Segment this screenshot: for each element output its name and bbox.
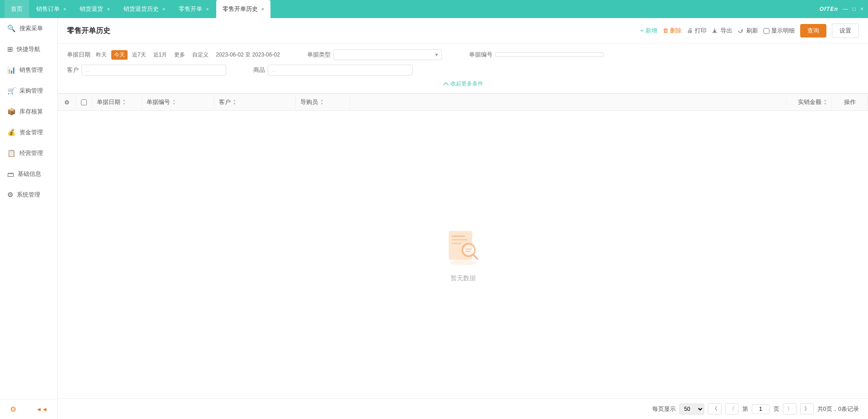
th-checkbox[interactable] [76, 96, 92, 109]
export-button[interactable]: 导出 [712, 27, 732, 35]
page-size-select[interactable]: 50 10 20 100 [679, 404, 704, 414]
sidebar-settings-icon[interactable]: ⚙ [10, 405, 16, 414]
th-amount[interactable]: 实销金额 ▲▼ [787, 94, 832, 110]
add-button[interactable]: + 新增 [640, 27, 657, 35]
shortcut-more[interactable]: 更多 [171, 50, 188, 60]
product-placeholder: ... [272, 67, 276, 73]
shortcut-custom[interactable]: 自定义 [190, 50, 211, 60]
export-label: 导出 [721, 27, 732, 35]
product-label: 商品 [253, 66, 265, 74]
next-page-button[interactable]: 〉 [783, 403, 797, 414]
current-page-input[interactable] [752, 404, 770, 414]
svg-point-0 [450, 260, 477, 265]
sales-mgmt-icon: 📊 [7, 66, 16, 74]
sidebar-item-search-purchase[interactable]: 🔍 搜索采单 [0, 18, 57, 39]
th-action-label: 操作 [844, 98, 856, 106]
sidebar-item-sales-mgmt[interactable]: 📊 销售管理 [0, 60, 57, 80]
tab-retail-open[interactable]: 零售开单 × [172, 0, 215, 18]
th-settings[interactable]: ⚙ [58, 95, 76, 109]
delete-button[interactable]: 🗑 删除 [663, 27, 682, 35]
date-range: 2023-06-02 至 2023-06-02 [216, 51, 280, 59]
total-info: 共0页，0条记录 [817, 405, 859, 413]
tab-sales-return-history-label: 销货退货历史 [123, 5, 159, 13]
th-guide[interactable]: 导购员 ▲▼ [296, 94, 350, 110]
page-header: 零售开单历史 + 新增 🗑 删除 🖨 打印 导出 刷新 显示明细 查询 [58, 18, 868, 44]
sidebar-item-purchase-mgmt[interactable]: 🛒 采购管理 [0, 80, 57, 101]
sidebar-item-system[interactable]: ⚙ 系统管理 [0, 184, 57, 205]
shortcut-today[interactable]: 今天 [111, 50, 128, 60]
filter-area: 单据日期 昨天 今天 近7天 近1月 更多 自定义 2023-06-02 至 2… [58, 44, 868, 94]
doc-type-label: 单据类型 [307, 51, 331, 59]
close-sales-order-icon[interactable]: × [63, 6, 66, 12]
filter-doc-type: 单据类型 ▾ [307, 49, 442, 60]
show-detail-label: 显示明细 [764, 27, 795, 35]
refresh-button[interactable]: 刷新 [738, 27, 758, 35]
prev-page-button[interactable]: 〈 [725, 403, 739, 414]
sidebar-collapse-icon[interactable]: ◄◄ [36, 406, 47, 413]
settings-button[interactable]: 设置 [832, 24, 859, 38]
finance-icon: 💰 [7, 128, 16, 137]
collapse-bar[interactable]: 收起更多条件 [67, 80, 859, 88]
sort-guide-icon: ▲▼ [320, 99, 323, 106]
sidebar-item-purchase-mgmt-label: 采购管理 [19, 87, 43, 95]
sidebar-item-quick-nav[interactable]: ⊞ 快捷导航 [0, 39, 57, 60]
pagination: 每页显示 50 10 20 100 《 〈 第 页 〉 》 共0页，0条记录 [58, 398, 868, 419]
page-prefix: 第 [742, 405, 748, 413]
close-sales-return-history-icon[interactable]: × [162, 6, 165, 12]
doc-type-select[interactable]: ▾ [333, 49, 442, 60]
svg-rect-1 [449, 231, 472, 260]
tab-home-label: 首页 [11, 5, 23, 13]
tab-sales-order[interactable]: 销售订单 × [30, 0, 72, 18]
sidebar-bottom: ⚙ ◄◄ [0, 399, 57, 419]
doc-type-arrow-icon: ▾ [435, 52, 438, 58]
tab-home[interactable]: 首页 [5, 0, 29, 18]
last-page-button[interactable]: 》 [800, 403, 814, 414]
minimize-button[interactable]: — [843, 6, 848, 12]
customer-label: 客户 [67, 66, 79, 74]
customer-input[interactable]: ... [81, 65, 226, 75]
show-detail-text: 显示明细 [771, 27, 795, 35]
product-input[interactable]: ... [268, 65, 413, 75]
first-page-button[interactable]: 《 [708, 403, 721, 414]
filter-row-2: 客户 ... 商品 ... [67, 65, 859, 75]
th-customer[interactable]: 客户 ▲▼ [214, 94, 296, 110]
shortcut-1month[interactable]: 近1月 [151, 50, 170, 60]
sidebar-item-operation[interactable]: 📋 经营管理 [0, 143, 57, 164]
show-detail-checkbox[interactable] [764, 28, 769, 34]
close-retail-open-icon[interactable]: × [206, 6, 209, 12]
main-layout: 🔍 搜索采单 ⊞ 快捷导航 📊 销售管理 🛒 采购管理 📦 库存核算 💰 [0, 18, 868, 419]
sidebar-item-finance[interactable]: 💰 资金管理 [0, 122, 57, 143]
tab-retail-open-history[interactable]: 零售开单历史 × [216, 0, 270, 18]
customer-placeholder: ... [85, 67, 90, 73]
sidebar-item-inventory[interactable]: 📦 库存核算 [0, 101, 57, 122]
th-date-label: 单据日期 [97, 98, 120, 106]
th-amount-label: 实销金额 [798, 98, 821, 106]
maximize-button[interactable]: □ [853, 6, 856, 12]
sidebar-item-basic-info[interactable]: 🗃 基础信息 [0, 164, 57, 184]
th-customer-label: 客户 [219, 98, 231, 106]
query-button[interactable]: 查询 [800, 24, 826, 38]
close-retail-open-history-icon[interactable]: × [261, 6, 264, 12]
inventory-icon: 📦 [7, 108, 16, 116]
print-button[interactable]: 🖨 打印 [687, 27, 707, 35]
th-num[interactable]: 单据编号 ▲▼ [142, 94, 214, 110]
sort-amount-icon: ▲▼ [824, 99, 827, 106]
sort-date-icon: ▲▼ [123, 99, 126, 106]
date-shortcuts: 昨天 今天 近7天 近1月 更多 自定义 [93, 50, 211, 60]
tab-sales-return[interactable]: 销货退货 × [73, 0, 116, 18]
shortcut-yesterday[interactable]: 昨天 [93, 50, 109, 60]
doc-num-input-display[interactable] [495, 52, 604, 57]
shortcut-7days[interactable]: 近7天 [129, 50, 149, 60]
table-header: ⚙ 单据日期 ▲▼ 单据编号 ▲▼ 客户 ▲▼ 导购员 [58, 94, 868, 111]
tab-sales-order-label: 销售订单 [36, 5, 60, 13]
brand-label: OfTEn [820, 6, 838, 12]
sort-customer-icon: ▲▼ [233, 99, 236, 106]
close-window-button[interactable]: × [860, 6, 863, 12]
close-sales-return-icon[interactable]: × [107, 6, 109, 12]
basic-info-icon: 🗃 [7, 170, 14, 178]
select-all-checkbox[interactable] [81, 99, 87, 105]
sidebar-item-system-label: 系统管理 [17, 191, 40, 199]
th-date[interactable]: 单据日期 ▲▼ [92, 94, 142, 110]
th-num-label: 单据编号 [147, 98, 170, 106]
tab-sales-return-history[interactable]: 销货退货历史 × [117, 0, 171, 18]
